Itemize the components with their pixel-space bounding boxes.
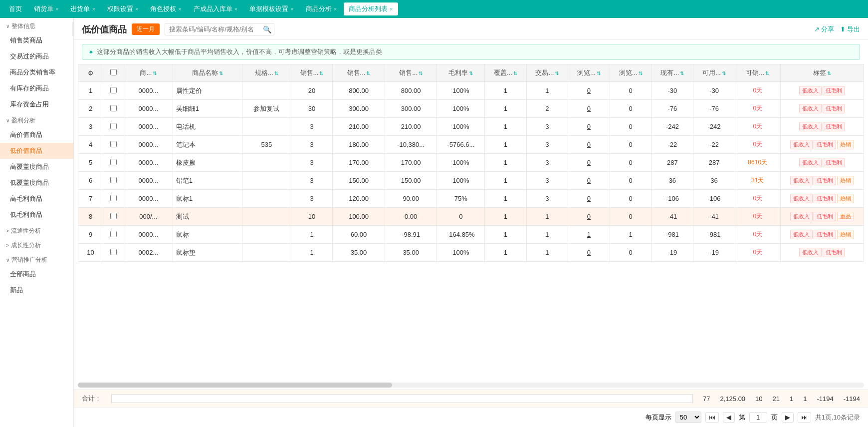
cell-trade: 3 [526,136,568,154]
next-page-button[interactable]: ▶ [782,412,794,423]
prev-page-button[interactable]: ◀ [723,412,735,423]
nav-close-icon[interactable]: × [92,6,95,12]
page-size-select[interactable]: 50 100 [675,412,701,423]
sidebar-group-盈利分析[interactable]: ∨ 盈利分析 [0,112,73,127]
sidebar-item-高覆盖度商品[interactable]: 高覆盖度商品 [0,159,73,175]
sidebar-item-低覆盖度商品[interactable]: 低覆盖度商品 [0,175,73,191]
sort-icon-sale_price[interactable]: ⇅ [366,70,370,76]
sidebar-item-全部商品[interactable]: 全部商品 [0,266,73,282]
nav-close-icon[interactable]: × [55,6,58,12]
nav-close-icon[interactable]: × [390,6,393,12]
row-checkbox[interactable] [110,231,117,237]
nav-close-icon[interactable]: × [290,6,293,12]
table-row: 30000...电话机3210.00210.00100%1300-242-242… [78,118,864,136]
row-checkbox[interactable] [110,141,117,147]
cell-view1[interactable]: 0 [568,136,610,154]
cell-spec: 535 [242,136,291,154]
sort-icon-spec[interactable]: ⇅ [274,70,278,76]
sidebar-group-营销推广分析[interactable]: ∨ 营销推广分析 [0,252,73,266]
sort-icon-coverage[interactable]: ⇅ [513,70,517,76]
cell-sale_price: 180.00 [333,136,385,154]
sidebar-item-库存资金占用[interactable]: 库存资金占用 [0,96,73,112]
search-input[interactable] [165,23,274,35]
sidebar-item-有库存的商品[interactable]: 有库存的商品 [0,80,73,96]
nav-item-进货单[interactable]: 进货单× [65,2,100,15]
sidebar-item-高毛利商品[interactable]: 高毛利商品 [0,191,73,207]
cell-view1[interactable]: 0 [568,208,610,226]
nav-item-商品分析列表[interactable]: 商品分析列表× [344,2,398,15]
sort-icon-avail[interactable]: ⇅ [722,70,726,76]
row-checkbox[interactable] [110,249,117,255]
nav-close-icon[interactable]: × [135,6,138,12]
sidebar-item-低毛利商品[interactable]: 低毛利商品 [0,207,73,223]
nav-item-首页[interactable]: 首页 [4,2,27,15]
nav-item-商品分析[interactable]: 商品分析× [301,2,342,15]
export-button[interactable]: ⬆ 导出 [840,25,860,34]
cell-view1[interactable]: 0 [568,118,610,136]
sort-icon-sale_amount[interactable]: ⇅ [419,70,423,76]
first-page-button[interactable]: ⏮ [705,412,719,423]
nav-close-icon[interactable]: × [178,6,181,12]
sort-icon-stock[interactable]: ⇅ [680,70,684,76]
last-page-button[interactable]: ⏭ [798,412,811,423]
cell-view1[interactable]: 0 [568,172,610,190]
sort-icon-name[interactable]: ⇅ [219,70,223,76]
cell-name: 鼠标1 [173,190,242,208]
sort-icon-view2[interactable]: ⇅ [639,70,643,76]
sort-icon-trade[interactable]: ⇅ [555,70,559,76]
sort-icon-margin[interactable]: ⇅ [469,70,473,76]
share-button[interactable]: ↗ 分享 [814,25,834,34]
cell-code: 0000... [124,154,173,172]
cell-view1[interactable]: 0 [568,244,610,262]
nav-item-角色授权[interactable]: 角色授权× [145,2,186,15]
sidebar-item-新品[interactable]: 新品 [0,282,73,298]
sidebar-group-成长性分析[interactable]: > 成长性分析 [0,237,73,252]
row-checkbox[interactable] [110,159,117,165]
sort-icon-tag[interactable]: ⇅ [827,70,831,76]
nav-item-单据模板设置[interactable]: 单据模板设置× [244,2,298,15]
cell-view1[interactable]: 0 [568,190,610,208]
cell-sale_amount: 170.00 [385,154,437,172]
nav-close-icon[interactable]: × [234,6,237,12]
row-checkbox[interactable] [110,87,117,93]
sort-icon-view1[interactable]: ⇅ [597,70,601,76]
cell-view1[interactable]: 0 [568,154,610,172]
sort-icon-code[interactable]: ⇅ [153,70,157,76]
filter-button[interactable]: 近一月 [132,23,160,35]
sort-icon-sale_qty[interactable]: ⇅ [319,70,323,76]
sidebar-item-交易过的商品[interactable]: 交易过的商品 [0,48,73,64]
scrollbar-thumb[interactable] [78,383,392,388]
table-header: ⚙商...⇅商品名称⇅规格...⇅销售...⇅销售...⇅销售...⇅毛利率⇅覆… [78,64,864,82]
settings-icon[interactable]: ⚙ [88,69,94,77]
table-wrap[interactable]: ⚙商...⇅商品名称⇅规格...⇅销售...⇅销售...⇅销售...⇅毛利率⇅覆… [74,64,868,383]
sidebar-group-整体信息[interactable]: ∨ 整体信息 [0,18,73,32]
nav-close-icon[interactable]: × [334,6,337,12]
select-all-checkbox[interactable] [110,69,117,75]
nav-item-产成品入库单[interactable]: 产成品入库单× [189,2,242,15]
sidebar-item-低价值商品[interactable]: 低价值商品 [0,143,73,159]
cell-spec [242,244,291,262]
cell-view1[interactable]: 0 [568,82,610,100]
cell-view1[interactable]: 1 [568,226,610,244]
table-row: 70000...鼠标13120.0090.0075%1300-106-1060天… [78,190,864,208]
nav-item-销货单[interactable]: 销货单× [29,2,63,15]
sidebar-item-销售类商品[interactable]: 销售类商品 [0,32,73,48]
sidebar-item-商品分类销售率[interactable]: 商品分类销售率 [0,64,73,80]
cell-view1[interactable]: 0 [568,100,610,118]
sort-icon-sellable[interactable]: ⇅ [765,70,769,76]
row-checkbox[interactable] [110,177,117,183]
row-checkbox[interactable] [110,195,117,201]
arrow-icon: ∨ [6,118,9,123]
row-checkbox[interactable] [110,105,117,111]
collapse-button[interactable]: « [72,22,74,36]
cell-coverage: 1 [485,136,526,154]
page-number-input[interactable] [749,412,767,423]
nav-item-权限设置[interactable]: 权限设置× [102,2,143,15]
horizontal-scrollbar[interactable] [78,383,864,388]
row-checkbox[interactable] [110,213,117,219]
sidebar-item-高价值商品[interactable]: 高价值商品 [0,127,73,143]
sidebar-group-流通性分析[interactable]: > 流通性分析 [0,223,73,237]
row-checkbox[interactable] [110,123,117,129]
col-header-checkbox[interactable] [103,64,124,82]
col-header-settings[interactable]: ⚙ [78,64,103,82]
